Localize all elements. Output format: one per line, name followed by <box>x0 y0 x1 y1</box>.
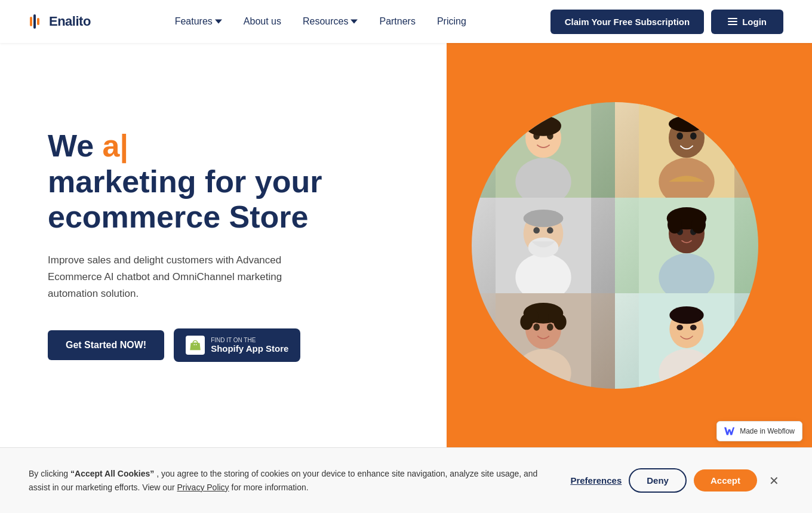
svg-rect-4 <box>194 345 195 346</box>
menu-icon <box>728 18 737 25</box>
nav-resources[interactable]: Resources <box>303 16 358 27</box>
nav-actions: Claim Your Free Subscription Login <box>550 10 783 34</box>
claim-subscription-button[interactable]: Claim Your Free Subscription <box>550 10 705 34</box>
cta-group: Get Started NOW! FIND IT ON THE Shopify … <box>48 328 411 362</box>
hero-subheading: marketing for yourecommerce Store <box>48 164 322 235</box>
svg-point-24 <box>524 210 564 227</box>
logo[interactable]: Enalito <box>29 13 91 30</box>
svg-point-42 <box>548 309 562 323</box>
webflow-label: Made in Webflow <box>740 427 795 435</box>
logo-text: Enalito <box>49 14 91 29</box>
login-button[interactable]: Login <box>711 10 783 34</box>
get-started-button[interactable]: Get Started NOW! <box>48 330 164 360</box>
svg-point-47 <box>690 324 697 330</box>
hero-content: We a| marketing for yourecommerce Store … <box>0 43 447 447</box>
hero-highlight: a| <box>103 128 128 163</box>
webflow-badge[interactable]: Made in Webflow <box>716 421 802 441</box>
hero-description: Improve sales and delight customers with… <box>48 252 334 302</box>
shopify-button-text: FIND IT ON THE Shopify App Store <box>211 337 288 354</box>
svg-point-32 <box>691 216 706 233</box>
nav-partners[interactable]: Partners <box>379 16 415 27</box>
people-grid <box>472 102 758 389</box>
person-5 <box>472 293 615 389</box>
svg-point-22 <box>547 227 553 234</box>
svg-rect-1 <box>33 14 36 29</box>
svg-point-17 <box>669 116 705 132</box>
shopify-bag-icon <box>186 336 205 355</box>
svg-point-16 <box>690 132 697 139</box>
nav-links: Features About us Resources Partners Pri… <box>175 16 466 27</box>
person-6 <box>615 293 758 389</box>
svg-rect-2 <box>37 18 39 25</box>
svg-rect-0 <box>30 17 32 26</box>
person-4 <box>615 198 758 293</box>
svg-rect-5 <box>196 345 197 346</box>
hero-section: We a| marketing for yourecommerce Store … <box>0 43 812 447</box>
svg-point-36 <box>533 323 540 330</box>
person-1 <box>472 102 615 198</box>
nav-pricing[interactable]: Pricing <box>437 16 466 27</box>
svg-point-15 <box>676 132 683 139</box>
shopify-app-store-button[interactable]: FIND IT ON THE Shopify App Store <box>174 328 300 362</box>
hero-heading: We a| marketing for yourecommerce Store <box>48 128 411 235</box>
svg-point-21 <box>533 227 540 234</box>
person-3 <box>472 198 615 293</box>
svg-point-31 <box>668 216 682 233</box>
person-2 <box>615 102 758 198</box>
svg-point-11 <box>525 116 561 136</box>
navbar: Enalito Features About us Resources Part… <box>0 0 812 43</box>
webflow-logo-icon <box>724 425 736 437</box>
svg-point-48 <box>669 306 703 324</box>
svg-rect-3 <box>192 343 198 349</box>
nav-about[interactable]: About us <box>244 16 281 27</box>
svg-point-41 <box>524 309 539 323</box>
hero-image-area <box>447 43 812 447</box>
svg-point-46 <box>676 324 683 330</box>
svg-point-37 <box>547 323 553 330</box>
logo-icon <box>29 13 45 30</box>
nav-features[interactable]: Features <box>175 16 222 27</box>
